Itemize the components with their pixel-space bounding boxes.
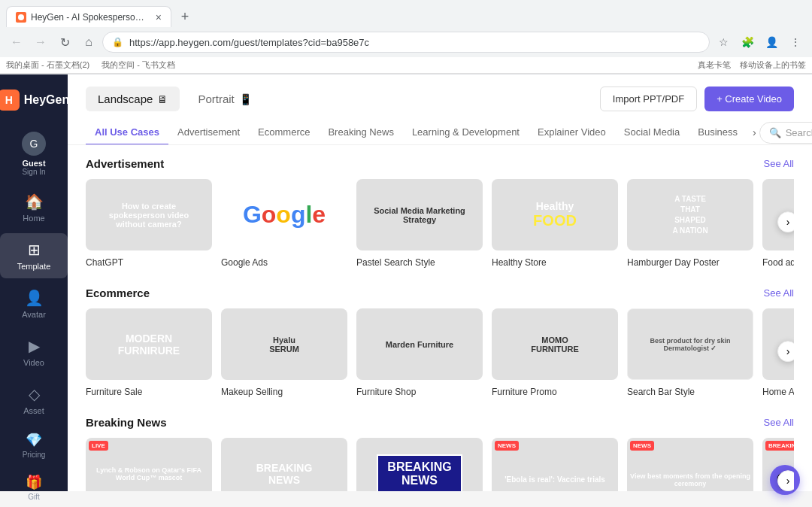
- card-furn-promo[interactable]: MOMOFURNITURE Furniture Promo: [492, 308, 618, 398]
- breaking-next-btn[interactable]: ›: [777, 470, 794, 491]
- breaking-news-see-all[interactable]: See All: [764, 417, 794, 428]
- tab-close-btn[interactable]: ×: [156, 11, 162, 23]
- filter-tab-all[interactable]: All Use Cases: [86, 120, 168, 145]
- ecommerce-title: Ecommerce: [86, 287, 150, 299]
- card-world-cup[interactable]: LIVE Lynch & Robson on Qatar's FIFA Worl…: [86, 438, 212, 491]
- news-badge-worldcup: LIVE: [89, 441, 108, 451]
- search-input[interactable]: [786, 127, 812, 138]
- template-icon: ⊞: [28, 241, 41, 259]
- forward-btn[interactable]: →: [30, 32, 51, 53]
- advertisement-section: Advertisement See All How to createspoke…: [86, 157, 794, 269]
- filter-tab-breaking[interactable]: Breaking News: [319, 120, 402, 145]
- menu-btn[interactable]: ⋮: [785, 32, 806, 53]
- toolbar-item-1[interactable]: 我的桌面 - 石墨文档(2): [6, 59, 89, 71]
- card-social-news[interactable]: BREAKINGNEWS Social News: [356, 438, 483, 491]
- home-btn[interactable]: ⌂: [78, 32, 99, 53]
- svg-point-0: [18, 14, 24, 20]
- search-box: 🔍: [759, 122, 812, 144]
- logo[interactable]: H HeyGen: [0, 83, 75, 117]
- active-tab[interactable]: HeyGen - AI Spokesperson Vid... ×: [6, 6, 171, 27]
- sidebar-item-gift[interactable]: 🎁 Gift: [0, 468, 68, 507]
- sidebar-item-avatar[interactable]: 👤 Avatar: [0, 281, 68, 326]
- browser-chrome: HeyGen - AI Spokesperson Vid... × + ← → …: [0, 0, 812, 74]
- card-hamburger[interactable]: A TASTETHATSHAPEDA NATION Hamburger Day …: [627, 179, 753, 269]
- user-name: Guest: [22, 159, 45, 168]
- filter-tab-explainer[interactable]: Explainer Video: [529, 120, 615, 145]
- ecommerce-section: Ecommerce See All MODERNFURNIRURE Furnit…: [86, 287, 794, 398]
- breaking-news-section: Breaking News See All LIVE Lynch & Robso…: [86, 416, 794, 491]
- filter-tab-learning[interactable]: Learning & Development: [403, 120, 529, 145]
- card-pastel[interactable]: Social Media Marketing Strategy Pastel S…: [356, 179, 483, 269]
- search-icon: 🔍: [769, 127, 781, 138]
- card-pastel-label: Pastel Search Style: [356, 257, 435, 268]
- toolbar-item-2[interactable]: 我的空间 - 飞书文档: [102, 59, 175, 71]
- sidebar: H HeyGen G Guest Sign In 🏠 Home ⊞ Templa…: [0, 74, 68, 491]
- filter-tab-ecommerce[interactable]: Ecommerce: [249, 120, 319, 145]
- breaking-news-row: LIVE Lynch & Robson on Qatar's FIFA Worl…: [86, 438, 794, 491]
- back-btn[interactable]: ←: [6, 32, 27, 53]
- sidebar-user[interactable]: G Guest Sign In: [0, 126, 68, 182]
- sidebar-item-video[interactable]: ▶ Video: [0, 329, 68, 375]
- portrait-tab[interactable]: Portrait 📱: [186, 87, 263, 111]
- card-corona[interactable]: BREAKINGNEWS MOTOROLA Coronovirus News: [221, 438, 347, 491]
- advertisement-see-all[interactable]: See All: [764, 158, 794, 169]
- advertisement-next-btn[interactable]: ›: [777, 211, 794, 232]
- breaking-news-header: Breaking News See All: [86, 416, 794, 429]
- sidebar-item-home-label: Home: [23, 214, 44, 223]
- header-actions: Import PPT/PDF + Create Video: [600, 87, 794, 111]
- toolbar-right: 真老卡笔 移动设备上的书签: [698, 59, 806, 71]
- card-search-bar[interactable]: Best product for dry skinDermatologist ✓…: [627, 308, 753, 398]
- breaking-news-title: Breaking News: [86, 416, 167, 429]
- avatar: G: [22, 132, 46, 156]
- card-furniture-sale-label: Furniture Sale: [86, 387, 142, 397]
- toolbar-strip: 我的桌面 - 石墨文档(2) 我的空间 - 飞书文档 真老卡笔 移动设备上的书签: [0, 57, 812, 74]
- profile-btn[interactable]: 👤: [761, 32, 782, 53]
- orientation-tabs: Landscape 🖥 Portrait 📱: [86, 87, 264, 111]
- filter-tab-social[interactable]: Social Media: [615, 120, 689, 145]
- filter-chevron-icon[interactable]: ›: [750, 123, 759, 141]
- new-tab-btn[interactable]: +: [174, 6, 195, 27]
- logo-text: HeyGen: [24, 93, 69, 107]
- card-google-ads[interactable]: Google Google Ads: [221, 179, 347, 269]
- sidebar-item-asset[interactable]: ◇ Asset: [0, 378, 68, 423]
- pricing-label: Pricing: [23, 451, 46, 459]
- url-text: https://app.heygen.com/guest/templates?c…: [129, 37, 700, 48]
- ecommerce-see-all[interactable]: See All: [764, 287, 794, 299]
- card-makeup[interactable]: HyaluSERUM Makeup Selling: [221, 308, 347, 398]
- main-content: Landscape 🖥 Portrait 📱 Import PPT/PDF + …: [68, 74, 812, 491]
- asset-icon: ◇: [29, 385, 40, 403]
- card-furniture-sale[interactable]: MODERNFURNIRURE Furniture Sale: [86, 308, 212, 398]
- landscape-tab[interactable]: Landscape 🖥: [86, 87, 180, 111]
- video-icon: ▶: [29, 337, 40, 355]
- create-btn[interactable]: + Create Video: [704, 87, 794, 111]
- advertisement-title: Advertisement: [86, 157, 164, 170]
- landscape-icon: 🖥: [157, 93, 168, 105]
- ecommerce-next-btn[interactable]: ›: [777, 341, 794, 362]
- card-healthy[interactable]: Healthy FOOD Healthy Store: [492, 179, 618, 269]
- reload-btn[interactable]: ↻: [54, 32, 75, 53]
- extension-icon[interactable]: 🧩: [737, 32, 758, 53]
- news-badge-football: NEWS: [630, 441, 654, 451]
- sidebar-item-template[interactable]: ⊞ Template: [0, 233, 68, 278]
- filter-tab-business[interactable]: Business: [689, 120, 747, 145]
- sidebar-item-home[interactable]: 🏠 Home: [0, 185, 68, 230]
- card-furn-shop[interactable]: Marden Furniture Furniture Shop: [356, 308, 483, 398]
- sidebar-item-pricing[interactable]: 💎 Pricing: [0, 426, 68, 465]
- card-home-app-label: Home Appliances: [762, 387, 794, 397]
- ecommerce-row: MODERNFURNIRURE Furniture Sale HyaluSERU…: [86, 308, 794, 398]
- card-health[interactable]: NEWS 'Ebola is real': Vaccine trials Hea…: [492, 438, 618, 491]
- filter-tab-advertisement[interactable]: Advertisement: [168, 120, 249, 145]
- address-bar[interactable]: 🔒 https://app.heygen.com/guest/templates…: [102, 32, 710, 53]
- card-healthy-label: Healthy Store: [492, 257, 547, 268]
- sidebar-item-video-label: Video: [23, 358, 44, 367]
- portrait-icon: 📱: [239, 93, 252, 105]
- card-furn-promo-label: Furniture Promo: [492, 387, 557, 397]
- card-chatgpt[interactable]: How to createspokesperson videowithout c…: [86, 179, 212, 269]
- bookmark-icon[interactable]: ☆: [713, 32, 734, 53]
- gift-icon: 🎁: [26, 474, 42, 490]
- ecommerce-section-header: Ecommerce See All: [86, 287, 794, 299]
- logo-icon: H: [0, 90, 20, 111]
- import-btn[interactable]: Import PPT/PDF: [600, 87, 697, 111]
- landscape-label: Landscape: [98, 93, 153, 105]
- card-football[interactable]: NEWS View best moments from the opening …: [627, 438, 753, 491]
